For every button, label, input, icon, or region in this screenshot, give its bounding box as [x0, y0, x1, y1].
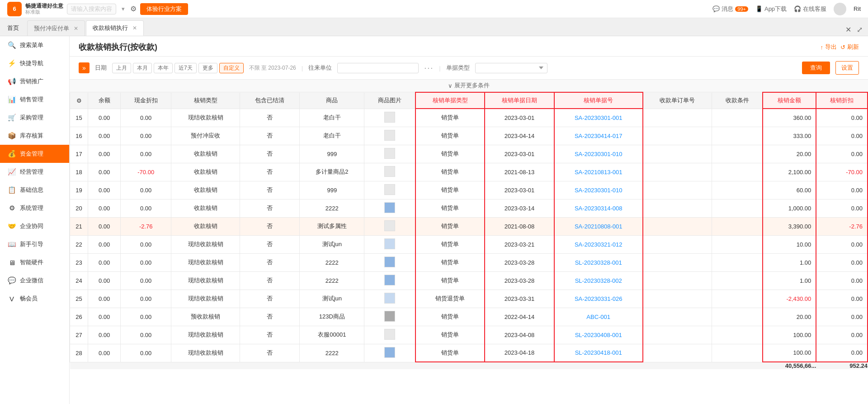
- sidebar-item-0[interactable]: 🔍搜索菜单: [0, 36, 69, 54]
- cell-cash-discount: 0.00: [121, 326, 171, 344]
- cell-include-settled: 否: [240, 235, 300, 253]
- brand-line1: 畅捷通谱好生意: [25, 3, 63, 9]
- this-month-button[interactable]: 本月: [133, 63, 152, 73]
- cell-doc-verify-no[interactable]: SL-20230418-001: [554, 344, 643, 362]
- app-download-item[interactable]: 📱 App下载: [755, 5, 787, 13]
- sidebar-item-2[interactable]: 📢营销推广: [0, 72, 69, 90]
- tab-home[interactable]: 首页: [0, 20, 26, 36]
- th-goods_img: 商品图片: [364, 92, 415, 109]
- sidebar-label-3: 销售管理: [20, 95, 43, 104]
- cell-doc-verify-no[interactable]: SL-20230328-002: [554, 271, 643, 290]
- cell-doc-verify-no[interactable]: SL-20230328-001: [554, 253, 643, 271]
- cell-goods-img: [364, 326, 415, 344]
- page-actions: ↑ 导出 ↺ 刷新: [821, 43, 859, 51]
- cell-include-settled: 否: [240, 217, 300, 235]
- cell-verify-type: 现结收款核销: [171, 344, 240, 362]
- filter-expand-button[interactable]: »: [79, 62, 90, 73]
- cell-doc-verify-type: 销货单: [415, 217, 485, 235]
- expand-conditions-button[interactable]: ∨ 展开更多条件: [448, 81, 490, 90]
- cell-verify-discount: 0.00: [816, 145, 868, 163]
- custom-date-badge[interactable]: 自定义: [219, 63, 244, 73]
- cell-goods-img: [364, 217, 415, 235]
- export-button[interactable]: ↑ 导出: [821, 43, 837, 51]
- sidebar-item-10[interactable]: 🤝企业协同: [0, 217, 69, 235]
- doc-type-select[interactable]: [475, 63, 547, 73]
- cell-receipt-condition: [712, 290, 763, 308]
- sidebar-item-14[interactable]: V畅会员: [0, 290, 69, 308]
- cell-doc-verify-no[interactable]: SA-20230331-026: [554, 290, 643, 308]
- cell-goods: 测试jun: [300, 235, 364, 253]
- th-goods: 商品: [300, 92, 364, 109]
- cell-receipt-condition: [712, 127, 763, 145]
- cell-doc-verify-no[interactable]: SA-20230321-012: [554, 235, 643, 253]
- cell-doc-verify-no[interactable]: ABC-001: [554, 308, 643, 326]
- industry-plan-button[interactable]: 体验行业方案: [140, 3, 188, 15]
- cell-balance: 0.00: [88, 344, 121, 362]
- sidebar-item-4[interactable]: 🛒采购管理: [0, 109, 69, 127]
- sidebar-item-13[interactable]: 💬企业微信: [0, 271, 69, 290]
- tab-verify-close-icon[interactable]: ✕: [132, 25, 137, 31]
- cell-goods: 999: [300, 145, 364, 163]
- user-avatar[interactable]: [834, 3, 846, 15]
- tab-prepay[interactable]: 预付冲应付单 ✕: [27, 20, 85, 36]
- cell-doc-verify-no[interactable]: SA-20230301-010: [554, 145, 643, 163]
- tab-verify[interactable]: 收款核销执行 ✕: [86, 20, 144, 36]
- chevron-down-icon[interactable]: ▾: [122, 5, 125, 12]
- cell-include-settled: 否: [240, 109, 300, 127]
- cell-doc-verify-no[interactable]: SA-20230414-017: [554, 127, 643, 145]
- sidebar-item-12[interactable]: 🖥智能硬件: [0, 253, 69, 271]
- sidebar-item-8[interactable]: 📋基础信息: [0, 181, 69, 199]
- sidebar-item-11[interactable]: 📖新手引导: [0, 235, 69, 253]
- cell-balance: 0.00: [88, 271, 121, 290]
- search-title[interactable]: 请输入搜索内容: [67, 4, 116, 14]
- cell-balance: 0.00: [88, 109, 121, 127]
- from-unit-input[interactable]: [337, 63, 419, 73]
- tab-prepay-close-icon[interactable]: ✕: [74, 25, 78, 32]
- product-image: [384, 220, 395, 231]
- last-7-days-button[interactable]: 近7天: [175, 63, 197, 73]
- sidebar-item-3[interactable]: 📊销售管理: [0, 90, 69, 109]
- cell-receipt-condition: [712, 308, 763, 326]
- cell-doc-verify-type: 销货单: [415, 163, 485, 181]
- chevron-down-small-icon: ∨: [448, 82, 453, 89]
- th-verify_amount: 核销金额: [763, 92, 816, 109]
- sidebar-item-7[interactable]: 📈经营管理: [0, 163, 69, 181]
- cell-doc-verify-no[interactable]: SA-20230301-001: [554, 109, 643, 127]
- sidebar-item-5[interactable]: 📦库存核算: [0, 127, 69, 145]
- cell-doc-verify-date: 2023-03-01: [485, 145, 554, 163]
- cell-goods-img: [364, 290, 415, 308]
- cell-doc-verify-no[interactable]: SL-20230408-001: [554, 326, 643, 344]
- sidebar-item-9[interactable]: ⚙系统管理: [0, 199, 69, 217]
- tab-close-all-button[interactable]: ✕: [844, 24, 853, 36]
- refresh-button[interactable]: ↺ 刷新: [840, 43, 859, 51]
- last-month-button[interactable]: 上月: [112, 63, 131, 73]
- online-service-item[interactable]: 🎧 在线客服: [794, 5, 826, 13]
- table-row: 26 0.00 0.00 预收款核销 否 123D商品 销货单 2022-04-…: [70, 308, 868, 326]
- cell-receipt-order-no: [643, 326, 712, 344]
- query-button[interactable]: 查询: [802, 62, 830, 74]
- cell-doc-verify-no[interactable]: SA-20230301-010: [554, 181, 643, 199]
- filter-divider-1: |: [302, 65, 303, 71]
- more-date-button[interactable]: 更多: [198, 63, 217, 73]
- message-item[interactable]: 💬 消息 99+: [712, 5, 748, 13]
- cell-doc-verify-no[interactable]: SA-20210808-001: [554, 217, 643, 235]
- sidebar-item-1[interactable]: ⚡快捷导航: [0, 54, 69, 72]
- sidebar-icon-2: 📢: [7, 77, 16, 86]
- cell-doc-verify-no[interactable]: SA-20230314-008: [554, 199, 643, 217]
- cell-goods: 老白干: [300, 109, 364, 127]
- tab-maximize-button[interactable]: ⤢: [855, 24, 864, 36]
- sidebar-label-10: 企业协同: [20, 222, 43, 230]
- cell-verify-discount: 0.00: [816, 290, 868, 308]
- cell-balance: 0.00: [88, 326, 121, 344]
- cell-cash-discount: 0.00: [121, 308, 171, 326]
- cell-id: 26: [70, 308, 88, 326]
- sidebar-item-6[interactable]: 💰资金管理: [0, 145, 69, 163]
- set-button[interactable]: 设置: [835, 61, 859, 75]
- gear-icon[interactable]: ⚙: [130, 5, 137, 13]
- cell-verify-amount: 1.00: [763, 271, 816, 290]
- tab-verify-label: 收款核销执行: [93, 24, 128, 32]
- this-year-button[interactable]: 本年: [154, 63, 173, 73]
- cell-goods-img: [364, 271, 415, 290]
- column-settings-icon[interactable]: ⚙: [76, 97, 82, 104]
- cell-doc-verify-no[interactable]: SA-20210813-001: [554, 163, 643, 181]
